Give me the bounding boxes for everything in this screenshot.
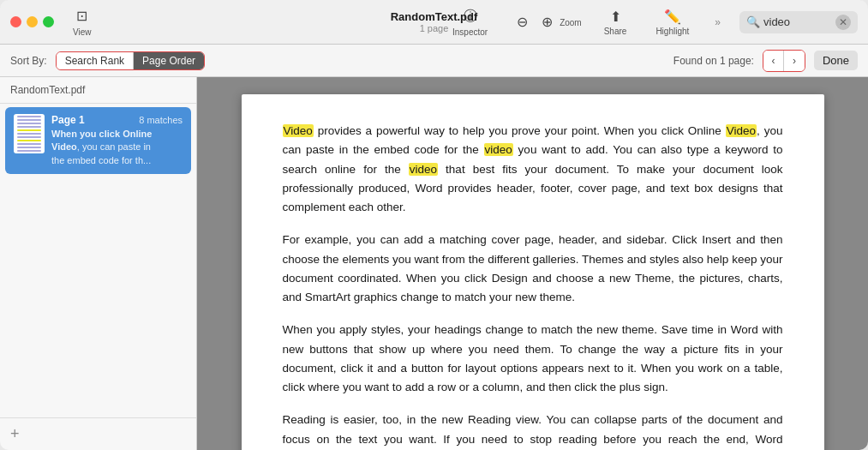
highlight-video-3: video	[484, 143, 513, 156]
window-title-section: RandomText.pdf 1 page	[391, 10, 478, 33]
toolbar-overflow[interactable]: »	[711, 13, 724, 32]
sort-by-label: Sort By:	[10, 55, 47, 67]
zoom-in-button[interactable]: ⊕	[535, 10, 560, 33]
close-traffic-light[interactable]	[10, 16, 21, 27]
search-box[interactable]: 🔍 ✕	[739, 11, 858, 33]
page-order-option[interactable]: Page Order	[134, 52, 204, 69]
share-button[interactable]: ⬆ Share	[597, 5, 634, 39]
highlight-label: Highlight	[655, 27, 689, 36]
highlight-video-2: Video	[726, 124, 757, 137]
paragraph-2: For example, you can add a matching cove…	[283, 231, 783, 307]
main-area: RandomText.pdf	[0, 77, 868, 450]
paragraph-1: Video provides a powerful way to help yo…	[283, 122, 783, 217]
prev-result-button[interactable]: ‹	[763, 51, 784, 71]
sidebar-item-info: Page 1 8 matches When you click OnlineVi…	[51, 114, 183, 167]
share-icon: ⬆	[610, 9, 621, 25]
window-subtitle: 1 page	[420, 23, 449, 33]
sidebar-preview-text: When you click OnlineVideo, you can past…	[51, 128, 183, 167]
highlight-icon: ✏️	[664, 9, 681, 25]
doc-area[interactable]: Video provides a powerful way to help yo…	[197, 77, 868, 450]
paragraph-3: When you apply styles, your headings cha…	[283, 321, 783, 397]
nav-arrows: ‹ ›	[763, 50, 805, 72]
sidebar-toggle[interactable]: ⊡ View	[68, 4, 97, 40]
sidebar-result-item[interactable]: Page 1 8 matches When you click OnlineVi…	[5, 107, 191, 174]
search-clear-button[interactable]: ✕	[835, 15, 851, 30]
zoom-group: ⊖ ⊕ Zoom	[510, 10, 582, 33]
toolbar-right: ⓘ Inspector ⊖ ⊕ Zoom ⬆ Share ✏️ Highligh…	[446, 4, 858, 40]
window-title: RandomText.pdf	[391, 10, 478, 23]
found-text: Found on 1 page:	[673, 55, 754, 67]
sidebar-matches-count: 8 matches	[139, 115, 183, 125]
add-page-button[interactable]: +	[0, 417, 196, 450]
highlight-button[interactable]: ✏️ Highlight	[649, 5, 696, 39]
search-icon: 🔍	[746, 15, 760, 28]
sidebar-item-header: Page 1 8 matches	[51, 114, 183, 126]
zoom-out-icon: ⊖	[517, 14, 528, 30]
highlight-video-4: video	[409, 163, 438, 176]
thumbnail-lines	[17, 114, 41, 153]
titlebar: ⊡ View RandomText.pdf 1 page ⓘ Inspector…	[0, 0, 868, 45]
zoom-out-button[interactable]: ⊖	[510, 10, 535, 33]
search-rank-option[interactable]: Search Rank	[57, 52, 134, 69]
traffic-lights	[10, 16, 54, 27]
plus-icon: +	[10, 425, 20, 443]
done-button[interactable]: Done	[814, 51, 858, 70]
sort-bar: Sort By: Search Rank Page Order Found on…	[0, 45, 868, 77]
search-input[interactable]	[763, 15, 832, 28]
sidebar-icon: ⊡	[76, 8, 87, 24]
view-label: View	[73, 27, 92, 37]
minimize-traffic-light[interactable]	[27, 16, 38, 27]
sidebar-filename: RandomText.pdf	[0, 77, 196, 104]
page-thumbnail	[14, 114, 45, 153]
sidebar: RandomText.pdf	[0, 77, 197, 450]
next-result-button[interactable]: ›	[784, 51, 805, 71]
sort-options: Search Rank Page Order	[56, 51, 205, 70]
fullscreen-traffic-light[interactable]	[43, 16, 54, 27]
pdf-page: Video provides a powerful way to help yo…	[242, 94, 824, 450]
paragraph-4: Reading is easier, too, in the new Readi…	[283, 411, 783, 450]
sidebar-page-label: Page 1	[51, 114, 85, 126]
highlight-video-1: Video	[283, 124, 314, 137]
zoom-in-icon: ⊕	[542, 14, 553, 30]
zoom-label: Zoom	[560, 18, 582, 27]
share-label: Share	[604, 27, 627, 36]
